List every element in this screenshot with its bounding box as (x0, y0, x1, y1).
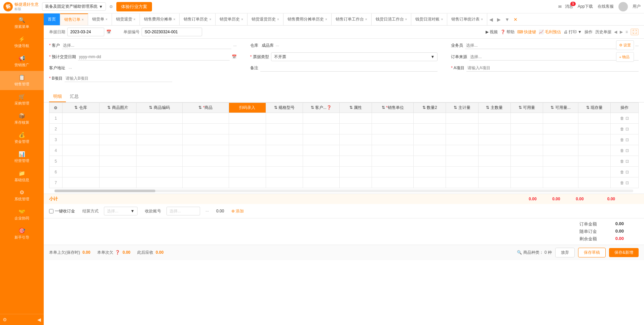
tab-sales-order[interactable]: 销售订单 × (60, 13, 88, 26)
row-cell[interactable] (578, 177, 611, 188)
date-input[interactable] (67, 28, 104, 36)
delivery-calendar-icon[interactable]: 📅 (232, 54, 237, 59)
row-cell[interactable] (543, 145, 578, 156)
row-cell[interactable] (339, 113, 372, 124)
tab-return-history[interactable]: 销货退货历史 × (248, 13, 283, 26)
tab-prev-btn[interactable]: ◀ (487, 13, 495, 26)
expand-icon[interactable]: ⛶ (631, 29, 639, 35)
row-cell[interactable] (229, 113, 266, 124)
row-cell[interactable] (510, 145, 543, 156)
delete-icon[interactable]: 🗑 (620, 170, 624, 174)
row-cell[interactable] (339, 177, 372, 188)
row-cell[interactable] (372, 134, 414, 145)
tab-sales-fee[interactable]: 销售费用分摊单 × (140, 13, 180, 26)
online-service-link[interactable]: 在线客服 (598, 4, 614, 9)
one-click-checkbox-label[interactable]: 一键收订金 (49, 208, 75, 214)
delete-icon[interactable]: 🗑 (620, 137, 624, 142)
tab-close-icon-8[interactable]: × (325, 17, 327, 21)
row-cell[interactable] (510, 124, 543, 134)
row-cell[interactable] (510, 167, 543, 177)
nav-left-icon[interactable]: ◀ (614, 30, 617, 34)
copy-icon[interactable]: ⊡ (626, 159, 629, 164)
row-cell[interactable] (183, 124, 229, 134)
sidebar-item-sales[interactable]: 📋 销售管理 (0, 71, 44, 90)
operation-btn[interactable]: 操作 (584, 29, 593, 35)
row-cell[interactable] (266, 113, 303, 124)
row-cell[interactable] (266, 134, 303, 145)
tab-close-icon[interactable]: × (82, 18, 84, 22)
system-selector[interactable]: 装备及固定资产辅助管理系统 ▼ (42, 2, 106, 11)
tab-close-icon-9[interactable]: × (365, 17, 367, 21)
row-cell[interactable] (478, 113, 510, 124)
copy-icon[interactable]: ⊡ (626, 116, 629, 121)
row-cell[interactable] (510, 134, 543, 145)
row-cell[interactable] (303, 177, 339, 188)
help-btn[interactable]: ❓ 帮助 (500, 29, 515, 35)
copy-icon[interactable]: ⊡ (626, 127, 629, 131)
print-btn[interactable]: 🖨 打印 ▼ (564, 29, 582, 35)
row-cell[interactable] (99, 145, 136, 156)
row-cell[interactable] (478, 124, 510, 134)
copy-icon[interactable]: ⊡ (626, 137, 629, 142)
row-cell[interactable] (183, 167, 229, 177)
payment-dots[interactable]: ··· (205, 209, 209, 213)
sidebar-item-finance[interactable]: 💰 资金管理 (0, 128, 44, 148)
row-cell[interactable] (372, 167, 414, 177)
row-cell[interactable] (478, 145, 510, 156)
row-cell[interactable] (543, 156, 578, 167)
address-dots[interactable]: ··· (69, 66, 72, 71)
grid-view-icon[interactable]: ≡ (626, 30, 628, 34)
copy-icon[interactable]: ⊡ (626, 148, 629, 153)
row-cell[interactable] (478, 134, 510, 145)
row-cell[interactable] (372, 145, 414, 156)
row-cell[interactable] (578, 134, 611, 145)
row-cell[interactable] (62, 167, 99, 177)
row-cell[interactable] (229, 145, 266, 156)
gear-icon[interactable]: ⚙ (109, 4, 113, 9)
sidebar-item-system[interactable]: ⚙ 系统管理 (0, 186, 44, 205)
row-cell[interactable] (99, 113, 136, 124)
row-cell[interactable] (136, 177, 183, 188)
row-cell[interactable] (136, 145, 183, 156)
delivery-date-input[interactable] (78, 53, 230, 60)
delete-icon[interactable]: 🗑 (620, 148, 624, 153)
row-cell[interactable] (266, 167, 303, 177)
nav-right-icon[interactable]: ▶ (620, 30, 623, 34)
doc-num-input[interactable] (142, 28, 202, 36)
row-cell[interactable] (413, 177, 446, 188)
row-cell[interactable] (229, 167, 266, 177)
row-cell[interactable] (578, 113, 611, 124)
tab-close-icon-10[interactable]: × (405, 17, 407, 21)
row-cell[interactable] (99, 177, 136, 188)
row-cell[interactable] (543, 177, 578, 188)
row-cell[interactable] (266, 145, 303, 156)
float-settings-btn[interactable]: ⚙ 设置 (616, 40, 634, 50)
tab-cash-workbench[interactable]: 钱货日清工作台 × (372, 13, 412, 26)
delete-icon[interactable]: 🗑 (620, 116, 624, 121)
sidebar-item-search[interactable]: 🔍 搜索菜单 (0, 13, 44, 33)
current-owe-help-icon[interactable]: ❓ (115, 250, 120, 255)
row-cell[interactable] (339, 145, 372, 156)
row-cell[interactable] (413, 145, 446, 156)
calendar-icon[interactable]: 📅 (106, 30, 111, 34)
shortcut-btn[interactable]: ⌨ 快捷键 (517, 29, 536, 35)
col-scan[interactable]: 扫码录入 (229, 103, 266, 113)
app-download-link[interactable]: App下载 (578, 4, 593, 9)
tab-sales-stats[interactable]: 销售订单统计表 × (447, 13, 487, 26)
row-cell[interactable] (446, 167, 478, 177)
sidebar-collapse-icon[interactable]: ◀ (37, 317, 41, 322)
row-cell[interactable] (303, 124, 339, 134)
row-cell[interactable] (372, 113, 414, 124)
row-cell[interactable] (339, 156, 372, 167)
row-cell[interactable] (578, 167, 611, 177)
row-cell[interactable] (183, 156, 229, 167)
tab-close-icon-3[interactable]: × (134, 17, 136, 21)
row-cell[interactable] (339, 124, 372, 134)
tab-invoice-history[interactable]: 销货单历史 × (216, 13, 248, 26)
row-cell[interactable] (446, 124, 478, 134)
delete-icon[interactable]: 🗑 (620, 159, 624, 164)
row-cell[interactable] (136, 124, 183, 134)
tab-close-icon-4[interactable]: × (174, 17, 176, 21)
row-cell[interactable] (578, 124, 611, 134)
delete-icon[interactable]: 🗑 (620, 127, 624, 131)
